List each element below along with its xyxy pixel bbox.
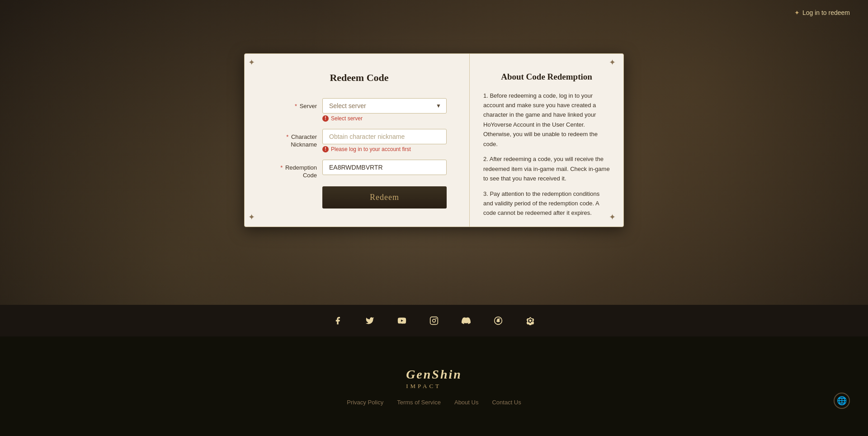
required-star-server: * — [295, 103, 297, 109]
server-error-icon: ! — [322, 115, 329, 122]
redeem-btn-wrapper: Redeem — [272, 186, 447, 209]
svg-point-2 — [435, 318, 437, 319]
code-label: * RedemptionCode — [272, 160, 317, 180]
about-text: 1. Before redeeming a code, log in to yo… — [483, 91, 610, 226]
about-title: About Code Redemption — [483, 72, 610, 82]
nickname-label: * CharacterNickname — [272, 129, 317, 149]
redeem-title: Redeem Code — [272, 72, 447, 84]
nickname-error-icon: ! — [322, 146, 329, 152]
nickname-field-group: * CharacterNickname ! Please log in to y… — [272, 129, 447, 152]
facebook-icon[interactable] — [330, 313, 346, 329]
corner-decoration-br: ✦ — [609, 212, 620, 223]
social-bar — [0, 305, 868, 336]
nickname-input[interactable] — [322, 129, 447, 144]
language-globe-icon[interactable]: 🌐 — [834, 393, 850, 409]
footer-logo-main: GenShin — [406, 367, 462, 382]
footer-logo: GenShin IMPACT — [406, 367, 462, 390]
discord-icon[interactable] — [458, 313, 474, 329]
footer-logo-sub: IMPACT — [406, 383, 462, 390]
about-point-3: 3. Pay attention to the redemption condi… — [483, 189, 610, 218]
corner-decoration-tl: ✦ — [248, 57, 259, 68]
main-content: ✦ ✦ ✦ ✦ Redeem Code * Server Select serv… — [0, 0, 868, 280]
about-point-2: 2. After redeeming a code, you will rece… — [483, 154, 610, 183]
server-select-wrapper: Select server America Europe Asia TW/HK/… — [322, 98, 447, 114]
code-input[interactable] — [322, 160, 447, 175]
login-button[interactable]: Log in to redeem — [794, 9, 850, 16]
hoyolab-icon[interactable] — [522, 313, 538, 329]
server-label: * Server — [272, 98, 317, 110]
twitter-icon[interactable] — [362, 313, 378, 329]
contact-us-link[interactable]: Contact Us — [492, 399, 521, 406]
svg-rect-0 — [430, 317, 438, 325]
code-field-group: * RedemptionCode — [272, 160, 447, 180]
server-error-msg: ! Select server — [322, 115, 447, 122]
required-star-code: * — [280, 164, 283, 171]
terms-of-service-link[interactable]: Terms of Service — [397, 399, 441, 406]
corner-decoration-bl: ✦ — [248, 212, 259, 223]
server-input-wrapper: Select server America Europe Asia TW/HK/… — [322, 98, 447, 122]
left-panel: Redeem Code * Server Select server Ameri… — [245, 54, 470, 227]
youtube-icon[interactable] — [394, 313, 410, 329]
footer-bottom: GenShin IMPACT Privacy Policy Terms of S… — [0, 336, 868, 436]
nickname-error-msg: ! Please log in to your account first — [322, 146, 447, 152]
redeem-card: ✦ ✦ ✦ ✦ Redeem Code * Server Select serv… — [244, 53, 624, 227]
svg-point-1 — [433, 319, 436, 322]
instagram-icon[interactable] — [426, 313, 442, 329]
corner-decoration-tr: ✦ — [609, 57, 620, 68]
footer-links: Privacy Policy Terms of Service About Us… — [347, 399, 521, 406]
required-star-nickname: * — [286, 133, 288, 140]
privacy-policy-link[interactable]: Privacy Policy — [347, 399, 383, 406]
about-point-4: 4. Each redemption code can only be used… — [483, 223, 610, 226]
right-panel: About Code Redemption 1. Before redeemin… — [470, 54, 623, 226]
nickname-input-wrapper: ! Please log in to your account first — [322, 129, 447, 152]
server-select[interactable]: Select server America Europe Asia TW/HK/… — [322, 98, 447, 114]
reddit-icon[interactable] — [490, 313, 506, 329]
redeem-button[interactable]: Redeem — [322, 186, 447, 209]
about-point-1: 1. Before redeeming a code, log in to yo… — [483, 91, 610, 149]
header: Log in to redeem — [776, 0, 868, 25]
code-input-wrapper — [322, 160, 447, 175]
about-us-link[interactable]: About Us — [454, 399, 478, 406]
server-field-group: * Server Select server America Europe As… — [272, 98, 447, 122]
